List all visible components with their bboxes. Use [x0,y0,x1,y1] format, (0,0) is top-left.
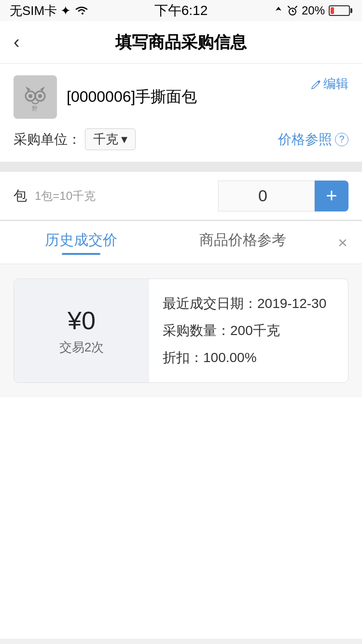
wifi-icon [75,6,88,15]
tab-product-label: 商品价格参考 [199,230,286,250]
status-right: 20% [274,4,352,17]
tab-product-price[interactable]: 商品价格参考 [162,221,323,264]
svg-text:野: 野 [32,105,38,112]
product-card: 野 [0000006]手撕面包 编辑 采购单位： 千克 ▾ 价格参照 ? [0,64,362,162]
tab-close-button[interactable]: × [323,221,362,264]
page-title: 填写商品采购信息 [115,31,247,54]
history-card: ¥0 交易2次 最近成交日期：2019-12-30 采购数量：200千克 折扣：… [14,279,348,383]
history-count: 交易2次 [59,339,104,356]
quantity-row: 包 1包=10千克 + [0,172,362,220]
status-carrier: 无SIM卡 ✦ [10,2,88,19]
product-left: 野 [0000006]手撕面包 [14,75,197,119]
history-date: 最近成交日期：2019-12-30 [163,294,334,314]
product-name: [0000006]手撕面包 [67,86,197,108]
bottom-panel: 历史成交价 商品价格参考 × ¥0 交易2次 最近成交日期：2019-12-30… [0,220,362,639]
history-discount: 折扣：100.00% [163,348,334,368]
price-ref-label: 价格参照 [278,130,332,149]
history-date-value: 2019-12-30 [257,296,326,311]
edit-label: 编辑 [323,75,348,92]
edit-icon [311,79,321,89]
qty-label: 包 1包=10千克 [14,187,96,205]
product-logo-icon: 野 [18,83,52,112]
history-qty-label: 采购数量： [163,323,230,338]
status-time: 下午6:12 [154,1,208,20]
product-meta: 采购单位： 千克 ▾ 价格参照 ? [14,128,348,150]
unit-select[interactable]: 千克 ▾ [85,128,136,150]
location-icon [274,6,283,15]
quantity-input[interactable] [218,181,315,211]
tab-history-price[interactable]: 历史成交价 [0,221,162,264]
qty-controls: + [218,181,348,211]
nav-bar: ‹ 填写商品采购信息 [0,21,362,64]
svg-point-5 [28,94,32,98]
history-card-left: ¥0 交易2次 [14,279,149,382]
product-header: 野 [0000006]手撕面包 编辑 [14,75,348,119]
unit-label-text: 采购单位： [14,130,81,149]
svg-point-6 [38,94,42,98]
unit-arrow-icon: ▾ [121,132,127,147]
carrier-text: 无SIM卡 ✦ [10,2,71,19]
history-discount-label: 折扣： [163,350,203,365]
tabs: 历史成交价 商品价格参考 × [0,221,362,264]
product-thumbnail: 野 [14,75,57,119]
tab-underline [62,253,100,255]
divider [0,162,362,172]
unit-label: 采购单位： 千克 ▾ [14,128,136,150]
history-qty-value: 200千克 [230,323,280,338]
unit-value: 千克 [93,131,118,148]
battery-percent: 20% [302,4,325,17]
price-ref-button[interactable]: 价格参照 ? [278,130,348,149]
battery-icon [329,5,352,16]
edit-button[interactable]: 编辑 [311,75,348,92]
history-date-label: 最近成交日期： [163,296,257,311]
qty-unit-label: 包 [14,187,27,205]
status-bar: 无SIM卡 ✦ 下午6:12 20% [0,0,362,21]
tab-history-label: 历史成交价 [45,230,117,250]
history-card-right: 最近成交日期：2019-12-30 采购数量：200千克 折扣：100.00% [149,279,348,382]
quantity-plus-button[interactable]: + [315,181,348,211]
history-qty: 采购数量：200千克 [163,321,334,341]
history-price: ¥0 [68,306,96,335]
history-discount-value: 100.00% [203,350,257,365]
price-ref-help-icon: ? [335,133,348,146]
back-button[interactable]: ‹ [14,32,20,53]
alarm-icon [287,5,298,16]
white-area [0,397,362,639]
qty-unit-note: 1包=10千克 [35,188,96,204]
